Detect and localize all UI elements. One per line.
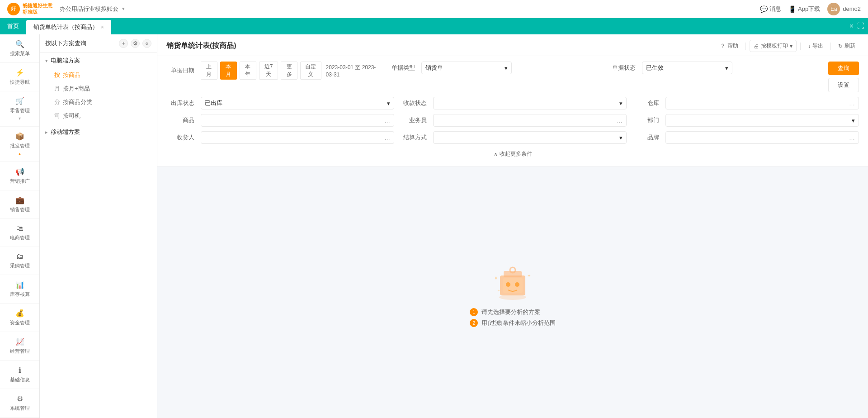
brand-input[interactable]: … bbox=[665, 131, 859, 144]
sidebar-item-basic[interactable]: ℹ 基础信息 bbox=[0, 361, 39, 389]
sidebar-item-finance[interactable]: 💰 资金管理 bbox=[0, 304, 39, 332]
sidebar-item-inventory[interactable]: 📊 库存核算 bbox=[0, 275, 39, 304]
empty-hints: 1 请先选择要分析的方案 2 用[过滤]条件来缩小分析范围 bbox=[470, 308, 555, 327]
recipient-input[interactable]: … bbox=[201, 131, 394, 144]
docstatus-label: 单据状态 bbox=[608, 64, 639, 72]
sidebar-item-ecommerce[interactable]: 🛍 电商管理 bbox=[0, 219, 39, 247]
warehouse-dots[interactable]: … bbox=[849, 100, 855, 107]
salesman-col: 业务员 … bbox=[399, 114, 627, 127]
tree-mobile-section[interactable]: ▸ 移动端方案 bbox=[40, 124, 157, 140]
user-name: demo2 bbox=[843, 5, 861, 12]
docstatus-filter-col: 单据状态 已生效 ▾ bbox=[608, 62, 824, 74]
docstatus-select[interactable]: 已生效 ▾ bbox=[642, 62, 732, 74]
empty-hint-1: 1 请先选择要分析的方案 bbox=[470, 308, 555, 316]
recipient-label: 收货人 bbox=[166, 133, 198, 142]
top-bar: 好 畅捷通好生意 标准版 办公用品行业模拟账套 ▾ 💬 消息 📱 App下载 E… bbox=[0, 0, 868, 18]
sidebar-item-quicknav[interactable]: ⚡ 快捷导航 bbox=[0, 63, 39, 91]
left-panel-title: 按以下方案查询 bbox=[45, 39, 86, 48]
date-btn-more[interactable]: 更多 bbox=[281, 62, 297, 80]
product-input[interactable]: … bbox=[201, 114, 394, 127]
svg-text:✦: ✦ bbox=[497, 289, 500, 293]
search-icon: 🔍 bbox=[15, 40, 24, 48]
tree-desktop-section[interactable]: ▾ 电脑端方案 bbox=[40, 53, 157, 68]
receiptstatus-select[interactable]: ▾ bbox=[433, 97, 627, 109]
add-scheme-button[interactable]: + bbox=[119, 39, 128, 48]
sidebar-item-retail[interactable]: 🛒 零售管理 ▾ bbox=[0, 91, 39, 127]
top-bar-right: 💬 消息 📱 App下载 Ea demo2 bbox=[760, 3, 861, 15]
warehouse-input[interactable]: … bbox=[665, 97, 859, 109]
date-btn-last-month[interactable]: 上月 bbox=[201, 62, 217, 80]
collapse-left-panel-button[interactable]: « bbox=[142, 39, 151, 48]
recipient-dots[interactable]: … bbox=[384, 134, 390, 141]
tree-item-by-category[interactable]: 分 按商品分类 bbox=[40, 95, 157, 109]
sidebar-item-search[interactable]: 🔍 搜索菜单 bbox=[0, 34, 39, 63]
receiptstatus-dropdown-arrow: ▾ bbox=[619, 100, 623, 107]
tab-close-icon[interactable]: × bbox=[101, 24, 104, 30]
query-button[interactable]: 查询 bbox=[828, 62, 859, 75]
tab-report[interactable]: 销货单统计表（按商品） × bbox=[26, 20, 111, 34]
sidebar-item-sales[interactable]: 💼 销售管理 bbox=[0, 190, 39, 219]
settings-button[interactable]: 设置 bbox=[828, 78, 859, 92]
doctype-select[interactable]: 销货单 ▾ bbox=[421, 62, 512, 74]
filter-row-3: 商品 … 业务员 … 部门 bbox=[166, 114, 859, 127]
date-label: 单据日期 bbox=[166, 66, 198, 75]
date-btn-7days[interactable]: 近7天 bbox=[259, 62, 278, 80]
doctype-label: 单据类型 bbox=[387, 64, 419, 72]
tab-maximize-icon[interactable]: ⛶ bbox=[857, 22, 864, 30]
basic-icon: ℹ bbox=[19, 366, 21, 375]
date-btn-this-month[interactable]: 本月 bbox=[220, 62, 237, 80]
salesman-label: 业务员 bbox=[399, 116, 430, 124]
page-actions: ？ 帮助 🖨 按模板打印 ▾ ↓ 导出 bbox=[717, 40, 859, 52]
salesman-dots[interactable]: … bbox=[617, 117, 623, 124]
sub-icon-1: 月 bbox=[54, 85, 60, 93]
brand-dots[interactable]: … bbox=[849, 134, 855, 141]
logo-area: 好 畅捷通好生意 标准版 bbox=[7, 3, 52, 15]
sidebar-item-wholesale[interactable]: 📦 批发管理 ▴ bbox=[0, 127, 39, 162]
dept-dropdown-arrow: ▾ bbox=[852, 117, 855, 124]
purchase-icon: 🗂 bbox=[16, 252, 24, 261]
sidebar-item-system[interactable]: ⚙ 系统管理 bbox=[0, 389, 39, 418]
app-download-button[interactable]: 📱 App下载 bbox=[788, 5, 820, 13]
export-button[interactable]: ↓ 导出 bbox=[804, 40, 827, 52]
active-scheme-icon: 按 bbox=[54, 71, 60, 79]
sidebar-item-purchase[interactable]: 🗂 采购管理 bbox=[0, 247, 39, 275]
sidebar-item-marketing[interactable]: 📢 营销推广 bbox=[0, 162, 39, 190]
nav-dropdown-arrow[interactable]: ▾ bbox=[122, 6, 125, 12]
outstatus-select[interactable]: 已出库 ▾ bbox=[201, 97, 394, 109]
recipient-col: 收货人 … bbox=[166, 131, 394, 144]
message-button[interactable]: 💬 消息 bbox=[760, 5, 781, 13]
empty-hint-2: 2 用[过滤]条件来缩小分析范围 bbox=[470, 319, 555, 327]
tree-item-by-month-product[interactable]: 月 按月+商品 bbox=[40, 82, 157, 95]
tab-close-window-icon[interactable]: × bbox=[849, 22, 854, 30]
settlement-select[interactable]: ▾ bbox=[433, 131, 627, 144]
docstatus-dropdown-arrow: ▾ bbox=[725, 65, 728, 71]
dept-select[interactable]: ▾ bbox=[665, 114, 859, 127]
svg-text:✦: ✦ bbox=[494, 275, 498, 281]
settlement-dropdown-arrow: ▾ bbox=[619, 134, 623, 141]
tree-item-by-cashier[interactable]: 司 按司机 bbox=[40, 109, 157, 123]
outstatus-dropdown-arrow: ▾ bbox=[387, 100, 390, 107]
collapse-button[interactable]: ∧ 收起更多条件 bbox=[166, 147, 859, 161]
help-button[interactable]: ？ 帮助 bbox=[717, 40, 742, 52]
left-panel-actions: + ⚙ « bbox=[119, 39, 151, 48]
settlement-col: 结算方式 ▾ bbox=[399, 131, 627, 144]
settings-scheme-button[interactable]: ⚙ bbox=[131, 39, 140, 48]
salesman-input[interactable]: … bbox=[433, 114, 627, 127]
date-btn-custom[interactable]: 自定义 bbox=[300, 62, 321, 80]
inventory-icon: 📊 bbox=[15, 280, 24, 289]
doctype-dropdown-arrow: ▾ bbox=[505, 65, 508, 71]
left-panel-header: 按以下方案查询 + ⚙ « bbox=[40, 34, 157, 53]
tab-bar-right: × ⛶ bbox=[849, 22, 868, 30]
product-dots[interactable]: … bbox=[384, 117, 390, 124]
user-area[interactable]: Ea demo2 bbox=[827, 3, 861, 15]
sidebar-item-operations[interactable]: 📈 经营管理 bbox=[0, 332, 39, 361]
tree-section-arrow: ▾ bbox=[45, 58, 48, 64]
svg-point-3 bbox=[506, 282, 510, 287]
refresh-button[interactable]: ↻ 刷新 bbox=[835, 40, 859, 52]
tab-home[interactable]: 首页 bbox=[0, 18, 26, 34]
retail-icon: 🛒 bbox=[15, 97, 24, 105]
date-btn-this-year[interactable]: 本年 bbox=[240, 62, 256, 80]
print-dropdown-arrow: ▾ bbox=[790, 43, 793, 49]
tree-item-by-product[interactable]: 按 按商品 bbox=[40, 68, 157, 82]
print-button[interactable]: 🖨 按模板打印 ▾ bbox=[750, 40, 797, 52]
